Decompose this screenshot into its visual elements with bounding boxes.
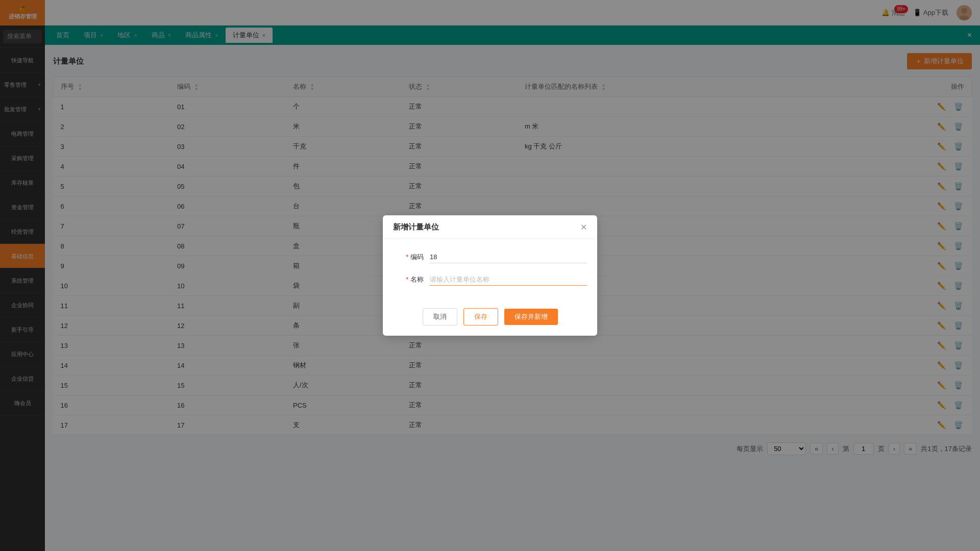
name-form-row: 名称 [393,273,587,286]
add-unit-modal: 新增计量单位 ✕ 编码 名称 取消 保存 保存并新增 [383,215,597,336]
save-button[interactable]: 保存 [463,308,498,325]
modal-overlay: 新增计量单位 ✕ 编码 名称 取消 保存 保存并新增 [0,0,980,551]
modal-close-button[interactable]: ✕ [580,222,587,232]
modal-title: 新增计量单位 [393,222,439,232]
cancel-button[interactable]: 取消 [423,308,457,325]
name-input[interactable] [430,273,587,286]
modal-body: 编码 名称 [383,239,597,304]
modal-header: 新增计量单位 ✕ [383,215,597,239]
save-and-new-button[interactable]: 保存并新增 [504,309,558,325]
modal-footer: 取消 保存 保存并新增 [383,304,597,336]
code-label: 编码 [393,253,424,262]
code-form-row: 编码 [393,251,587,263]
code-input[interactable] [430,251,587,263]
name-label: 名称 [393,275,424,284]
